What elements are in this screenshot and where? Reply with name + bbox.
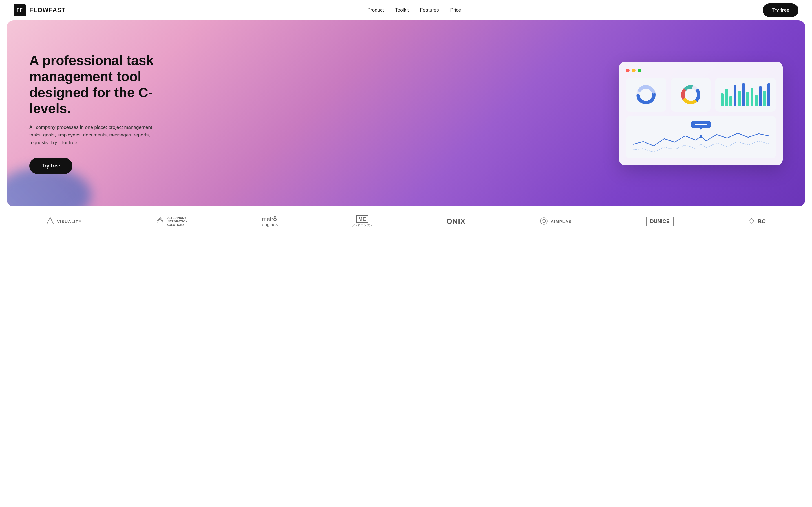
aimplas-icon: [540, 217, 548, 226]
svg-point-9: [699, 135, 702, 138]
window-controls: [626, 68, 776, 72]
dot-maximize: [638, 68, 641, 72]
nav-links: Product Toolkit Features Price: [367, 7, 461, 13]
bar-chart: [715, 78, 776, 112]
logo-box: FF: [13, 4, 26, 16]
nav-price[interactable]: Price: [450, 7, 461, 13]
hero-description: All company processes in one place: proj…: [29, 123, 159, 147]
logo-me-jp: ME メトロエンジン: [352, 215, 372, 228]
nav-toolkit[interactable]: Toolkit: [395, 7, 409, 13]
bcx-icon: [748, 218, 755, 225]
hero-section: A professional task management tool desi…: [7, 20, 805, 207]
logo-vet-integration: VETERINARY INTEGRATION SOLUTIONS: [156, 217, 188, 227]
line-chart: ━━━━━: [626, 116, 776, 159]
svg-point-13: [542, 219, 545, 223]
dashboard-mockup: ━━━━━: [619, 62, 783, 165]
donut-chart-1: [626, 78, 666, 112]
vet-icon: [156, 217, 164, 226]
logo-metro-engines: metro̊ engines: [262, 216, 278, 227]
logo-onix: ONIX: [447, 217, 466, 226]
dot-close: [626, 68, 630, 72]
logo-visuality: VISUALITY: [46, 217, 81, 226]
logos-strip: VISUALITY VETERINARY INTEGRATION SOLUTIO…: [0, 207, 812, 237]
hero-title: A professional task management tool desi…: [29, 53, 176, 117]
svg-marker-18: [749, 218, 754, 224]
logo-name: FLOWFAST: [29, 6, 66, 14]
hero-try-free-button[interactable]: Try free: [29, 158, 72, 174]
hero-content: A professional task management tool desi…: [29, 53, 176, 174]
dot-minimize: [632, 68, 636, 72]
chart-tooltip: ━━━━━: [691, 121, 711, 128]
nav-product[interactable]: Product: [367, 7, 384, 13]
nav-try-free-button[interactable]: Try free: [763, 3, 799, 17]
logo[interactable]: FF FLOWFAST: [13, 4, 66, 16]
donut-chart-2: [671, 78, 711, 112]
dashboard-card: ━━━━━: [619, 62, 783, 165]
nav-features[interactable]: Features: [420, 7, 439, 13]
logo-dunice: DUNICE: [646, 217, 674, 226]
logo-aimplas: AIMPLAS: [540, 217, 572, 226]
logo-bcx: BC: [748, 218, 766, 225]
charts-row: [626, 78, 776, 112]
visuality-icon: [46, 217, 54, 226]
navbar: FF FLOWFAST Product Toolkit Features Pri…: [0, 0, 812, 20]
